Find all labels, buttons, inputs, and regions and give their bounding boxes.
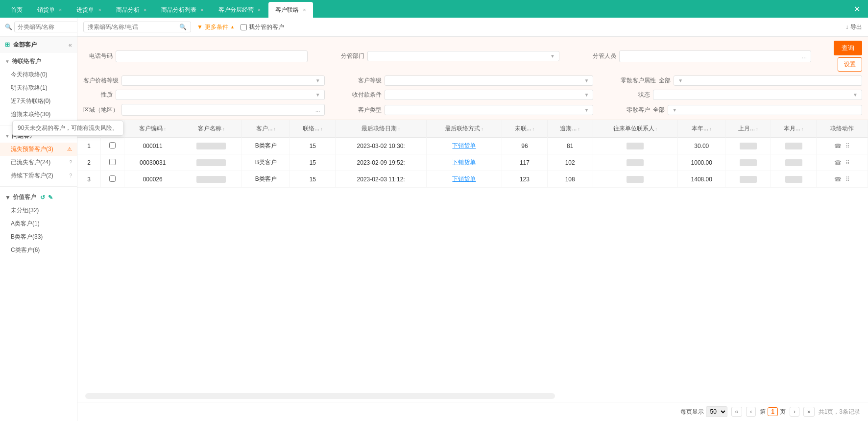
edit-icon[interactable]: ✎ [48, 194, 53, 201]
col-unliaised-days[interactable]: 未联... ↕ [502, 120, 548, 138]
contact-icon[interactable]: ☎ [834, 143, 842, 149]
settings-button[interactable]: 设置 [838, 57, 862, 72]
sidebar-item-churn-warning[interactable]: 流失预警客户(3) ⚠ [0, 143, 77, 156]
scrollbar-track[interactable] [85, 393, 555, 399]
sidebar-section-value-title[interactable]: ▼ 价值客户 ↺ ✎ [0, 191, 77, 204]
tab-customer-layer[interactable]: 客户分层经营 × [212, 2, 267, 18]
region-select[interactable]: ... [121, 104, 325, 116]
close-icon[interactable]: × [59, 7, 62, 13]
row-last-type-3[interactable]: 下销货单 [426, 171, 502, 188]
more-actions-icon[interactable]: ⠿ [845, 176, 850, 183]
page-size-select[interactable]: 50 [706, 406, 727, 417]
last-contact-link[interactable]: 下销货单 [452, 175, 476, 182]
sidebar-item-ungroup[interactable]: 未分组(32) [0, 204, 77, 217]
export-button[interactable]: ↓ 导出 [845, 23, 862, 31]
sidebar-item-week[interactable]: 近7天待联络(0) [0, 95, 77, 108]
dots-icon[interactable]: ... [802, 53, 807, 60]
col-last-contact-type[interactable]: 最后联络方式 ↕ [426, 120, 502, 138]
sidebar-item-declining[interactable]: 持续下滑客户(2) ? [0, 169, 77, 182]
phone-input[interactable] [116, 50, 308, 62]
row-checkbox[interactable] [109, 175, 116, 182]
tab-analysis-list[interactable]: 商品分析列表 × [154, 2, 210, 18]
my-customers-checkbox-label[interactable]: 我分管的客户 [241, 23, 284, 31]
contact-icon[interactable]: ☎ [834, 159, 842, 166]
row-checkbox-3[interactable] [101, 171, 124, 188]
phone-label: 电话号码 [83, 52, 113, 60]
col-overdue-days[interactable]: 逾期... ↕ [547, 120, 593, 138]
prev-page-button[interactable]: ‹ [746, 407, 756, 417]
table-header-row: ⚙ 客户编码 ↕ 客户名称 [77, 120, 868, 138]
col-customer-name[interactable]: 客户名称 ↕ [181, 120, 241, 138]
sidebar-item-overdue[interactable]: 逾期未联络(30) [0, 108, 77, 121]
col-contact-count[interactable]: 联络... ↕ [290, 120, 336, 138]
my-customers-checkbox[interactable] [241, 24, 247, 30]
customer-type-select[interactable]: ▼ [385, 105, 594, 115]
dept-select[interactable]: ▼ [367, 51, 559, 61]
close-icon[interactable]: × [200, 7, 203, 13]
more-conditions-button[interactable]: ▼ 更多条件 ▲ [197, 23, 235, 31]
sidebar-item-c-class[interactable]: C类客户(6) [0, 244, 77, 257]
sidebar-item-tomorrow[interactable]: 明天待联络(1) [0, 81, 77, 95]
nature-select[interactable]: ▼ [116, 90, 325, 100]
col-customer-code[interactable]: 客户编码 ↕ [124, 120, 181, 138]
search-input[interactable] [88, 24, 176, 30]
tab-analysis[interactable]: 商品分析 × [109, 2, 153, 18]
sidebar-item-churned[interactable]: 已流失客户(24) ? [0, 156, 77, 169]
row-last-type-2[interactable]: 下销货单 [426, 154, 502, 171]
sidebar-collapse-icon[interactable]: « [69, 41, 72, 49]
tab-home[interactable]: 首页 [4, 2, 29, 18]
col-last-month[interactable]: 上月... ↕ [725, 120, 771, 138]
row-action-1[interactable]: ☎ ⠿ [817, 138, 868, 154]
refresh-icon[interactable]: ↺ [40, 194, 45, 201]
tab-sales-label: 销货单 [37, 6, 55, 14]
tab-customer-contact[interactable]: 客户联络 × [268, 2, 313, 18]
customer-level-select[interactable]: ▼ [385, 75, 594, 86]
close-icon[interactable]: × [144, 7, 146, 13]
col-this-year[interactable]: 本年... ↕ [678, 120, 725, 138]
sidebar-section-pending-title[interactable]: ▼ 待联络客户 [0, 55, 77, 68]
col-this-month[interactable]: 本月... ↕ [771, 120, 817, 138]
close-icon[interactable]: × [303, 7, 306, 13]
more-actions-icon[interactable]: ⠿ [845, 159, 850, 166]
row-contact-person-2 [593, 154, 677, 171]
ling-attr-select[interactable]: ▼ [674, 75, 862, 86]
sidebar-item-a-class[interactable]: A类客户(1) [0, 217, 77, 230]
col-this-year-label: 本年... [692, 124, 708, 133]
sidebar-search-input[interactable] [14, 22, 77, 32]
col-last-contact-date[interactable]: 最后联络日期 ↕ [336, 120, 427, 138]
manager-select[interactable]: ... [619, 50, 811, 62]
col-customer-type[interactable]: 客户... ↕ [242, 120, 290, 138]
row-checkbox[interactable] [109, 142, 116, 149]
tab-sales[interactable]: 销货单 × [30, 2, 69, 18]
tab-purchase[interactable]: 进货单 × [70, 2, 108, 18]
last-contact-link[interactable]: 下销货单 [452, 159, 476, 166]
row-checkbox[interactable] [109, 159, 116, 165]
close-icon[interactable]: × [258, 7, 261, 13]
sidebar-item-today[interactable]: 今天待联络(0) [0, 68, 77, 81]
row-action-2[interactable]: ☎ ⠿ [817, 154, 868, 171]
contact-icon[interactable]: ☎ [834, 176, 842, 183]
col-contact-person[interactable]: 往来单位联系人 ↕ [593, 120, 677, 138]
price-level-select[interactable]: ▼ [121, 75, 325, 86]
row-action-3[interactable]: ☎ ⠿ [817, 171, 868, 188]
last-contact-link[interactable]: 下销货单 [452, 142, 476, 149]
row-last-type-1[interactable]: 下销货单 [426, 138, 502, 154]
first-page-button[interactable]: « [731, 407, 743, 417]
horizontal-scrollbar[interactable] [77, 390, 868, 402]
status-select[interactable]: ▼ [653, 90, 862, 100]
sidebar-all-customers[interactable]: ⊞ 全部客户 « [0, 37, 77, 53]
dots-icon[interactable]: ... [315, 106, 320, 113]
close-icon[interactable]: × [98, 7, 101, 13]
payment-select[interactable]: ▼ [385, 90, 594, 100]
chevron-down-icon: ▼ [672, 107, 677, 113]
search-button[interactable]: 查询 [834, 41, 862, 55]
row-checkbox-2[interactable] [101, 154, 124, 171]
next-page-button[interactable]: › [790, 407, 799, 417]
window-close-button[interactable]: ✕ [850, 4, 864, 14]
ling-customer-select[interactable]: ▼ [668, 105, 862, 115]
last-page-button[interactable]: » [803, 407, 815, 417]
sidebar-item-b-class[interactable]: B类客户(33) [0, 230, 77, 244]
advanced-filter-panel: 电话号码 分管部门 ▼ 分管人员 ... [77, 37, 868, 120]
row-checkbox-1[interactable] [101, 138, 124, 154]
more-actions-icon[interactable]: ⠿ [845, 143, 850, 149]
